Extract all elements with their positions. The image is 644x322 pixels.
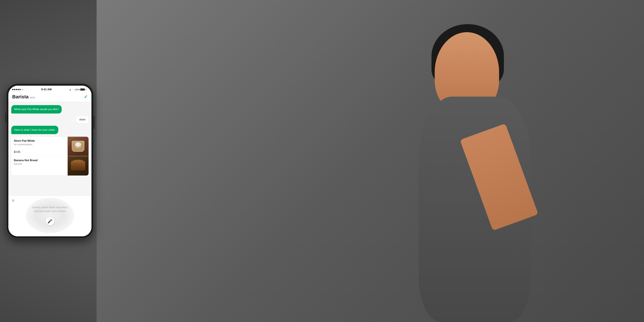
order-item-2: Banana Nut Bread warmed xyxy=(11,156,88,176)
voice-input-area: ✕ double upside down macchiato half deca… xyxy=(8,196,92,236)
mic-button[interactable]: 🎤 xyxy=(46,217,54,226)
user-bubble-1: short xyxy=(76,116,88,123)
signal-dot-2 xyxy=(14,89,15,90)
order-item-2-info: Banana Nut Bread warmed xyxy=(11,156,68,176)
battery-percent: 100% xyxy=(74,88,80,91)
order-item-2-customization: warmed xyxy=(14,162,65,165)
order-item-1-customization: No customizations xyxy=(14,143,65,146)
signal-dot-4 xyxy=(18,89,19,90)
status-bar: ∿ 9:41 AM ▲ ⬝ 100% ⚡ xyxy=(8,86,92,92)
status-left: ∿ xyxy=(12,88,24,91)
status-time: 9:41 AM xyxy=(41,88,52,91)
bot-bubble-1: What size Flat White would you like? xyxy=(11,105,62,114)
bread-loaf-shape xyxy=(71,161,85,171)
coffee-cup-shape xyxy=(72,141,84,152)
wifi-icon: ∿ xyxy=(22,88,24,91)
order-item-2-image xyxy=(68,156,88,176)
status-right: ▲ ⬝ 100% ⚡ xyxy=(69,88,88,91)
battery-indicator: 100% ⚡ xyxy=(74,88,88,91)
chevron-down-icon[interactable]: ✓ xyxy=(84,94,88,100)
order-card: Short Flat White No customizations $3.85 xyxy=(11,137,88,176)
battery-icon xyxy=(80,88,85,91)
bot-message-2-text: Here is what I have for your order. xyxy=(14,128,56,132)
background-person xyxy=(96,0,644,322)
order-item-2-name: Banana Nut Bread xyxy=(14,159,65,162)
location-icon: ▲ xyxy=(69,88,71,91)
signal-dot-3 xyxy=(16,89,17,90)
coffee-foam-shape xyxy=(75,142,81,147)
bluetooth-icon: ⬝ xyxy=(72,88,74,91)
app-title-group: Barista beta xyxy=(12,94,35,100)
signal-dot-1 xyxy=(12,89,14,90)
order-item-1-info: Short Flat White No customizations $3.85 xyxy=(11,137,68,156)
close-button[interactable]: ✕ xyxy=(12,198,15,203)
coffee-image xyxy=(68,137,88,156)
charging-icon: ⚡ xyxy=(85,88,88,91)
voice-transcript-text: double upside down macchiato half decaf … xyxy=(26,206,74,213)
voice-ripple-animation: double upside down macchiato half decaf … xyxy=(26,198,74,233)
order-item-1-price: $3.85 xyxy=(14,150,65,154)
order-item-1: Short Flat White No customizations $3.85 xyxy=(11,137,88,156)
signal-dot-5 xyxy=(19,89,20,90)
phone-wrapper: ∿ 9:41 AM ▲ ⬝ 100% ⚡ xyxy=(6,84,94,238)
app-beta-label: beta xyxy=(30,96,35,99)
app-title: Barista xyxy=(12,94,29,100)
bot-message-1-text: What size Flat White would you like? xyxy=(14,108,59,111)
microphone-icon: 🎤 xyxy=(47,219,52,224)
bread-image xyxy=(68,156,88,176)
bot-bubble-2: Here is what I have for your order. xyxy=(11,126,58,134)
phone-screen: ∿ 9:41 AM ▲ ⬝ 100% ⚡ xyxy=(8,86,92,236)
signal-dots xyxy=(12,89,20,90)
user-message-1-text: short xyxy=(79,118,85,121)
app-header: Barista beta ✓ xyxy=(8,92,92,102)
phone-device: ∿ 9:41 AM ▲ ⬝ 100% ⚡ xyxy=(6,84,94,238)
chat-area: What size Flat White would you like? sho… xyxy=(8,102,92,196)
battery-fill xyxy=(81,89,84,90)
order-item-1-image xyxy=(68,137,88,156)
order-item-1-name: Short Flat White xyxy=(14,139,65,142)
